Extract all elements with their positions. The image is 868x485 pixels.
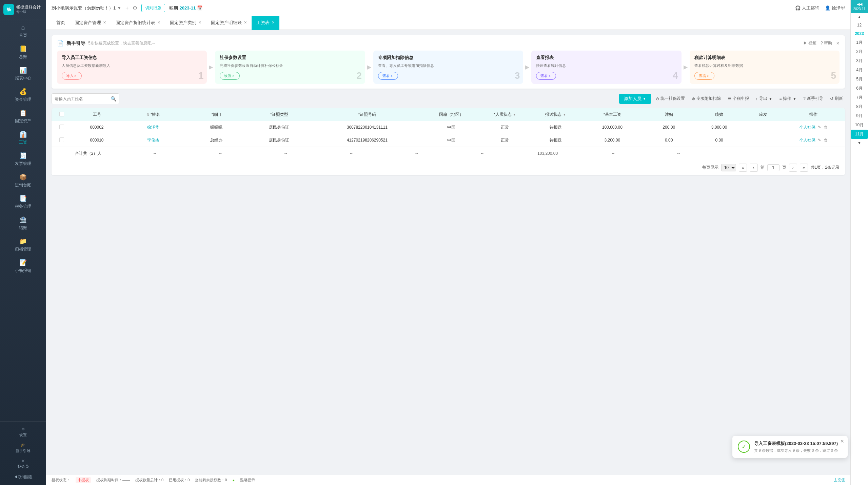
rp-month-down-button[interactable]: ▼ (851, 139, 868, 147)
pagination-last-icon[interactable]: » (800, 164, 808, 172)
switch-old-version-button[interactable]: 切到旧版 (141, 4, 165, 12)
rp-month-2[interactable]: 2月 (851, 47, 868, 56)
wizard-step-1-btn[interactable]: 导入＞ (62, 72, 82, 80)
period-selector[interactable]: 账期 2023-11 📅 (169, 5, 202, 11)
guide-button[interactable]: ? 新手引导 (801, 94, 825, 103)
tab-fixed-assets[interactable]: 固定资产管理 ✕ (70, 16, 111, 30)
ops-icon: ≡ (779, 96, 782, 101)
row-ops-2: 个人社保 ✎ 🗑 (782, 134, 845, 147)
sidebar-item-purchase[interactable]: 📦 进销台账 (0, 170, 46, 191)
row-ops-delete-2[interactable]: 🗑 (824, 138, 828, 143)
refresh-button[interactable]: ↺ 刷新 (828, 94, 845, 103)
row-checkbox-2[interactable] (52, 134, 72, 147)
row-ops-edit-1[interactable]: ✎ (818, 125, 821, 130)
rp-month-4[interactable]: 4月 (851, 66, 868, 75)
sidebar-item-member[interactable]: V 畅会员 (0, 456, 46, 472)
purchase-icon: 📦 (19, 173, 27, 181)
settings-gear-icon[interactable]: ⚙ (133, 5, 137, 11)
pagination-first-icon[interactable]: « (739, 164, 747, 172)
headset-icon: 🎧 (795, 5, 801, 11)
row-ops-edit-2[interactable]: ✎ (818, 138, 821, 143)
tab-asset-detail[interactable]: 固定资产明细账 ✕ (206, 16, 252, 30)
help-link[interactable]: ? 帮助 (821, 40, 832, 46)
row-ops-social-1[interactable]: 个人社保 (799, 125, 815, 130)
tab-close-asset-detail[interactable]: ✕ (244, 20, 247, 25)
pagination-current-page[interactable] (767, 164, 780, 171)
tab-asset-category[interactable]: 固定资产类别 ✕ (165, 16, 206, 30)
add-employee-button[interactable]: 添加人员 ▼ (619, 94, 651, 104)
wizard-step-3-btn[interactable]: 查看＞ (378, 72, 398, 80)
sidebar-item-ledger[interactable]: 📒 总账 (0, 42, 46, 63)
add-account-icon[interactable]: + (125, 5, 129, 11)
rp-month-up-button[interactable]: ▲ (851, 13, 868, 21)
row-name-1[interactable]: 徐泽华 (122, 121, 185, 134)
table-header-row: 工号 ⇅ *姓名 *部门 *证照类型 *证照号码 (52, 108, 845, 121)
sidebar-item-funds[interactable]: 💰 资金管理 (0, 85, 46, 106)
sidebar-item-archive[interactable]: 📁 归档管理 (0, 234, 46, 256)
row-checkbox-1[interactable] (52, 121, 72, 134)
row-name-2[interactable]: 李俊杰 (122, 134, 185, 147)
tab-close-depreciation[interactable]: ✕ (157, 20, 160, 25)
rp-month-7[interactable]: 7月 (851, 93, 868, 102)
sidebar-item-invoice[interactable]: 🧾 发票管理 (0, 149, 46, 170)
rp-year-display: 2023.11 (851, 7, 867, 11)
account-selector[interactable]: 刘小艳演示账套（勿删勿动！）1 ▼ (52, 5, 121, 11)
rp-month-3[interactable]: 3月 (851, 56, 868, 66)
rp-expand-icon: ◀◀ (857, 2, 862, 6)
more-ops-button[interactable]: ≡ 操作 ▼ (777, 94, 798, 103)
rp-month-12[interactable]: 12 (851, 21, 868, 29)
row-ops-delete-1[interactable]: 🗑 (824, 125, 828, 130)
row-ops-social-2[interactable]: 个人社保 (799, 138, 815, 143)
row-dept-2: 总经办 (185, 134, 248, 147)
rp-month-6[interactable]: 6月 (851, 84, 868, 93)
user-profile-button[interactable]: 👤 徐泽华 (825, 5, 845, 11)
sidebar-item-guide[interactable]: 🎓 新手引导 (0, 440, 46, 456)
video-link[interactable]: ▶ 视频 (803, 40, 816, 46)
wizard-step-4-btn[interactable]: 查看＞ (536, 72, 556, 80)
rp-month-10[interactable]: 10月 (851, 120, 868, 130)
pagination-next-icon[interactable]: › (789, 164, 797, 172)
tab-depreciation[interactable]: 固定资产折旧统计表 ✕ (111, 16, 165, 30)
wizard-close-button[interactable]: ✕ (836, 41, 840, 46)
sidebar-item-tax[interactable]: 📑 税务管理 (0, 191, 46, 213)
sidebar-item-reports[interactable]: 📊 报表中心 (0, 63, 46, 85)
select-all-checkbox[interactable] (59, 112, 64, 116)
sidebar-item-payroll[interactable]: 👔 工资 (0, 127, 46, 149)
unpin-sidebar-button[interactable]: ◀取消固定 (0, 472, 46, 482)
sidebar-item-home[interactable]: ⌂ 首页 (0, 21, 46, 42)
rp-month-8[interactable]: 8月 (851, 102, 868, 111)
consult-button[interactable]: 🎧 人工咨询 (795, 5, 820, 11)
tax-icon: 📑 (19, 195, 27, 202)
per-page-select[interactable]: 10 (721, 164, 736, 171)
wizard-step-5-btn[interactable]: 查看＞ (694, 72, 714, 80)
rp-month-11[interactable]: 11月 (851, 130, 868, 139)
tab-close-fixed-assets[interactable]: ✕ (103, 20, 106, 25)
social-insurance-button[interactable]: ⊙ 统一社保设置 (654, 94, 687, 103)
special-deduction-button[interactable]: ⊕ 专项附加扣除 (690, 94, 723, 103)
tab-home[interactable]: 首页 (52, 16, 70, 30)
rp-month-1[interactable]: 1月 (851, 38, 868, 47)
person-status-filter-icon[interactable]: ▼ (513, 113, 516, 116)
tab-payroll[interactable]: 工资表 ✕ (252, 16, 279, 30)
sidebar-item-assets[interactable]: 📋 固定资产 (0, 106, 46, 127)
rp-month-9[interactable]: 9月 (851, 111, 868, 120)
tab-close-asset-category[interactable]: ✕ (198, 20, 201, 25)
reports-icon: 📊 (19, 67, 27, 74)
tax-report-button[interactable]: ☰ 个税申报 (726, 94, 751, 103)
sidebar-item-close[interactable]: 🏦 结账 (0, 213, 46, 234)
toast-close-button[interactable]: ✕ (840, 439, 844, 444)
sidebar-item-settings[interactable]: ⚙ 设置 (0, 424, 46, 440)
calendar-icon: 📅 (197, 5, 202, 11)
search-input[interactable] (55, 96, 111, 101)
auth-used: 已用授权：0 (169, 478, 190, 483)
report-status-filter-icon[interactable]: ▼ (563, 113, 566, 116)
tab-close-payroll[interactable]: ✕ (272, 20, 275, 25)
charge-link[interactable]: 去充值 (834, 478, 845, 483)
wizard-step-2-btn[interactable]: 设置＞ (220, 72, 240, 80)
rp-month-5[interactable]: 5月 (851, 75, 868, 84)
pagination-prev-icon[interactable]: ‹ (750, 164, 758, 172)
export-button[interactable]: ↑ 导出 ▼ (754, 94, 775, 103)
sidebar-item-expense[interactable]: 📝 小畅报销 (0, 256, 46, 277)
archive-icon: 📁 (19, 238, 27, 245)
rp-collapse-button[interactable]: ◀◀ 2023.11 (851, 0, 868, 13)
